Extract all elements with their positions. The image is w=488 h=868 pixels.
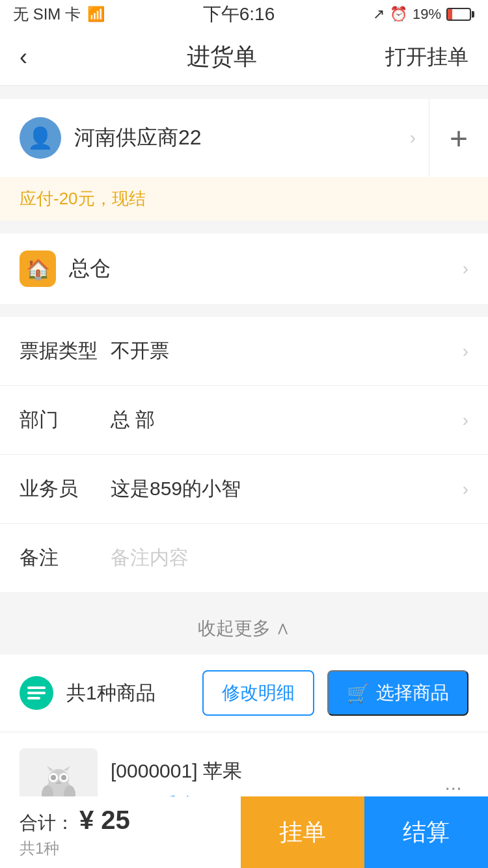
status-bar: 无 SIM 卡 📶 下午6:16 ↗ ⏰ 19% [0, 0, 488, 29]
dept-value: 总 部 [111, 407, 463, 433]
add-supplier-button[interactable]: + [429, 99, 488, 177]
select-label: 选择商品 [376, 681, 449, 705]
nav-bar: ‹ 进货单 打开挂单 [0, 29, 488, 86]
location-icon: ↗ [373, 6, 385, 23]
sales-row[interactable]: 业务员 这是859的小智 › [0, 455, 488, 524]
remark-row[interactable]: 备注 备注内容 [0, 524, 488, 592]
status-time: 下午6:16 [203, 2, 275, 27]
total-amount: ¥ 25 [79, 806, 130, 835]
supplier-arrow-icon: › [410, 128, 429, 148]
notice-bar: 应付-20元，现结 [0, 177, 488, 221]
collapse-label: 收起更多 ∧ [198, 616, 291, 641]
remark-placeholder: 备注内容 [111, 545, 468, 571]
section-gap-1 [0, 86, 488, 99]
checkout-button[interactable]: 结算 [364, 796, 488, 868]
open-pending-button[interactable]: 打开挂单 [385, 43, 468, 72]
carrier-text: 无 SIM 卡 [13, 4, 81, 25]
supplier-name: 河南供应商22 [74, 124, 397, 152]
dept-row[interactable]: 部门 总 部 › [0, 386, 488, 455]
svg-point-8 [61, 775, 66, 780]
svg-rect-0 [27, 686, 46, 689]
warehouse-arrow-icon: › [463, 258, 468, 279]
warehouse-name: 总仓 [69, 254, 450, 283]
remark-label: 备注 [20, 545, 111, 571]
total-sub: 共1种 [20, 838, 221, 859]
svg-marker-10 [47, 766, 53, 771]
bottom-bar: 合计： ¥ 25 共1种 挂单 结算 [0, 796, 488, 868]
invoice-label: 票据类型 [20, 338, 111, 364]
total-main: 合计： ¥ 25 [20, 806, 221, 835]
product-title: 苹果 [203, 760, 242, 781]
invoice-row[interactable]: 票据类型 不开票 › [0, 317, 488, 386]
select-icon: 🛒 [347, 683, 370, 704]
status-right: ↗ ⏰ 19% [373, 6, 475, 23]
back-button[interactable]: ‹ [20, 44, 59, 71]
warehouse-icon: 🏠 [20, 251, 56, 287]
select-product-button[interactable]: 🛒 选择商品 [327, 670, 468, 716]
alarm-icon: ⏰ [390, 6, 407, 23]
sales-arrow-icon: › [463, 479, 468, 500]
invoice-arrow-icon: › [463, 341, 468, 362]
battery-percent: 19% [413, 6, 441, 23]
warehouse-section[interactable]: 🏠 总仓 › [0, 234, 488, 304]
svg-rect-1 [27, 692, 46, 694]
supplier-avatar: 👤 [20, 117, 61, 159]
wifi-icon: 📶 [87, 6, 105, 23]
dept-label: 部门 [20, 407, 111, 433]
product-count-text: 共1种商品 [66, 680, 189, 707]
svg-marker-11 [64, 766, 70, 771]
product-name: [0000001] 苹果 [111, 758, 425, 785]
invoice-value: 不开票 [111, 338, 463, 364]
supplier-section: 👤 河南供应商22 › + [0, 99, 488, 177]
sales-value: 这是859的小智 [111, 476, 463, 502]
status-left: 无 SIM 卡 📶 [13, 4, 105, 25]
avatar-icon: 👤 [27, 126, 53, 150]
sales-label: 业务员 [20, 476, 111, 502]
product-id: [0000001] [111, 760, 203, 781]
battery-icon [446, 7, 475, 21]
form-section: 票据类型 不开票 › 部门 总 部 › 业务员 这是859的小智 › 备注 备注… [0, 317, 488, 592]
supplier-selector[interactable]: 👤 河南供应商22 › [0, 99, 429, 177]
product-count-icon [20, 676, 53, 710]
dept-arrow-icon: › [463, 410, 468, 431]
house-icon: 🏠 [26, 258, 50, 280]
pending-button[interactable]: 挂单 [241, 796, 364, 868]
page-title: 进货单 [59, 41, 385, 73]
total-section: 合计： ¥ 25 共1种 [0, 796, 241, 868]
total-label: 合计： [20, 811, 74, 835]
modify-detail-button[interactable]: 修改明细 [202, 670, 314, 716]
svg-rect-2 [27, 697, 40, 699]
products-header: 共1种商品 修改明细 🛒 选择商品 [0, 655, 488, 731]
svg-point-7 [51, 775, 56, 780]
collapse-bar[interactable]: 收起更多 ∧ [0, 605, 488, 652]
